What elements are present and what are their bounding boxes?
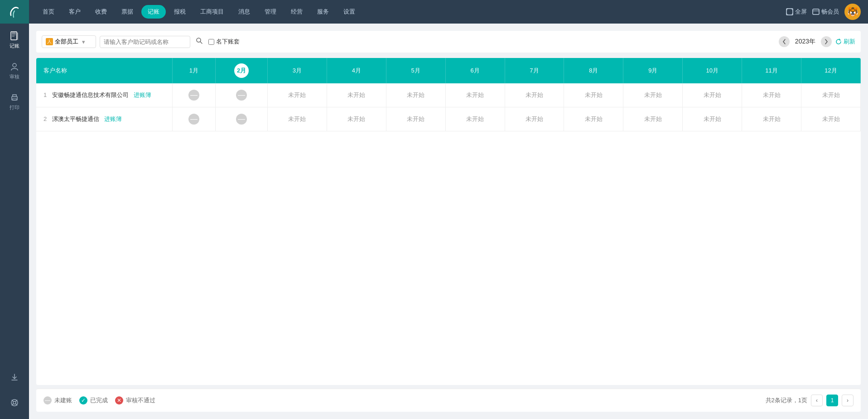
sidebar-item-audit[interactable]: 审核 — [0, 56, 29, 85]
status-dash: — — [236, 90, 247, 101]
status-not-started: 未开始 — [526, 92, 543, 98]
cell-m10: 未开始 — [683, 83, 742, 107]
nav-client[interactable]: 客户 — [63, 5, 87, 19]
refresh-button[interactable]: 刷新 — [835, 38, 855, 46]
col-m10: 10月 — [683, 58, 742, 83]
status-not-started: 未开始 — [763, 116, 781, 122]
svg-rect-15 — [813, 9, 819, 14]
status-dash: — — [236, 114, 247, 125]
fullscreen-label: 全屏 — [795, 8, 807, 16]
nav-message[interactable]: 消息 — [232, 5, 256, 19]
nav-manage[interactable]: 管理 — [258, 5, 283, 19]
svg-rect-3 — [12, 36, 14, 37]
status-not-started: 未开始 — [704, 116, 721, 122]
topnav: 首页 客户 收费 票据 记账 报税 工商项目 消息 管理 经营 服务 设置 全屏 — [29, 0, 868, 24]
employee-select-label: 全部员工 — [55, 38, 78, 46]
cell-m9: 未开始 — [623, 83, 683, 107]
user-avatar[interactable]: 🐯 — [844, 4, 861, 20]
toolbar: 人 全部员工 ▾ 名下账套 — [36, 31, 861, 53]
col-m7: 7月 — [505, 58, 564, 83]
cell-name: 1 安徽畅捷通信息技术有限公司 进账簿 — [36, 83, 172, 107]
col-name: 客户名称 — [36, 58, 172, 83]
sidebar-item-bookkeeping[interactable]: 记账 — [0, 25, 29, 54]
svg-point-5 — [13, 63, 16, 67]
employee-icon: 人 — [46, 38, 53, 45]
legend-rejected: ✕ 审核不通过 — [115, 396, 155, 405]
nav-invoice[interactable]: 票据 — [115, 5, 140, 19]
col-m9: 9月 — [623, 58, 683, 83]
cell-m1: — — [172, 83, 216, 107]
nav-bookkeeping[interactable]: 记账 — [141, 5, 166, 19]
status-not-started: 未开始 — [466, 92, 484, 98]
status-not-started: 未开始 — [288, 92, 306, 98]
svg-line-17 — [200, 42, 202, 43]
cell-name: 2 漯澳太平畅捷通信 进账簿 — [36, 107, 172, 131]
cell-m6: 未开始 — [445, 83, 505, 107]
table-row: 2 漯澳太平畅捷通信 进账簿 — — 未开始 未开始 未开始 未开始 未开始 未… — [36, 107, 861, 131]
status-not-started: 未开始 — [347, 116, 365, 122]
legend-not-built: — 未建账 — [43, 396, 72, 405]
nav-operation[interactable]: 经营 — [285, 5, 309, 19]
app-logo — [0, 0, 29, 24]
status-not-started: 未开始 — [526, 116, 543, 122]
sidebar: 记账 审核 打印 — [0, 0, 29, 419]
nav-tax[interactable]: 报税 — [168, 5, 192, 19]
prev-page-button[interactable]: ‹ — [811, 395, 823, 406]
status-not-started: 未开始 — [585, 92, 603, 98]
employee-select[interactable]: 人 全部员工 ▾ — [42, 35, 96, 48]
prev-year-button[interactable] — [779, 36, 790, 47]
rejected-icon: ✕ — [115, 396, 123, 405]
sidebar-download[interactable] — [0, 366, 29, 388]
col-m6: 6月 — [445, 58, 505, 83]
accounts-checkbox-wrap[interactable]: 名下账套 — [208, 38, 240, 46]
cell-m1: — — [172, 107, 216, 131]
enter-ledger-link[interactable]: 进账簿 — [134, 92, 151, 98]
svg-rect-2 — [12, 34, 16, 35]
sidebar-support[interactable] — [0, 392, 29, 414]
member-button[interactable]: 畅会员 — [812, 8, 839, 16]
status-dash: — — [188, 90, 199, 101]
next-page-button[interactable]: › — [842, 395, 854, 406]
nav-business[interactable]: 工商项目 — [194, 5, 230, 19]
cell-m2: — — [216, 107, 268, 131]
client-name: 安徽畅捷通信息技术有限公司 — [52, 92, 129, 98]
col-m2: 2月 — [216, 58, 268, 83]
nav-settings[interactable]: 设置 — [337, 5, 362, 19]
col-m5: 5月 — [386, 58, 445, 83]
client-name: 漯澳太平畅捷通信 — [52, 116, 99, 122]
cell-m8: 未开始 — [564, 107, 623, 131]
not-built-label: 未建账 — [54, 396, 72, 405]
search-input[interactable] — [100, 36, 190, 48]
svg-rect-4 — [17, 33, 18, 40]
completed-icon: ✓ — [79, 396, 87, 405]
sidebar-item-print[interactable]: 打印 — [0, 87, 29, 116]
accounts-checkbox-label: 名下账套 — [216, 38, 240, 46]
cell-m12: 未开始 — [801, 83, 861, 107]
col-m11: 11月 — [742, 58, 801, 83]
content: 人 全部员工 ▾ 名下账套 — [29, 24, 868, 419]
status-not-started: 未开始 — [585, 116, 603, 122]
cell-m3: 未开始 — [267, 83, 327, 107]
nav-service[interactable]: 服务 — [311, 5, 335, 19]
nav-home[interactable]: 首页 — [36, 5, 61, 19]
status-not-started: 未开始 — [466, 116, 484, 122]
sidebar-item-label: 审核 — [10, 73, 19, 80]
cell-m5: 未开始 — [386, 83, 445, 107]
status-not-started: 未开始 — [407, 92, 424, 98]
bookkeeping-icon — [10, 31, 19, 41]
page-1-button[interactable]: 1 — [826, 395, 838, 406]
svg-rect-1 — [12, 33, 16, 34]
row-num: 1 — [43, 92, 47, 98]
pagination: 共2条记录，1页 ‹ 1 › — [766, 395, 854, 406]
accounts-checkbox[interactable] — [208, 39, 214, 45]
cell-m9: 未开始 — [623, 107, 683, 131]
fullscreen-button[interactable]: 全屏 — [786, 8, 807, 16]
year-label: 2023年 — [795, 38, 815, 46]
next-year-button[interactable] — [821, 36, 832, 47]
nav-fee[interactable]: 收费 — [89, 5, 113, 19]
cell-m5: 未开始 — [386, 107, 445, 131]
search-button[interactable] — [194, 35, 205, 48]
status-not-started: 未开始 — [407, 116, 424, 122]
cell-m8: 未开始 — [564, 83, 623, 107]
enter-ledger-link[interactable]: 进账簿 — [104, 116, 122, 122]
